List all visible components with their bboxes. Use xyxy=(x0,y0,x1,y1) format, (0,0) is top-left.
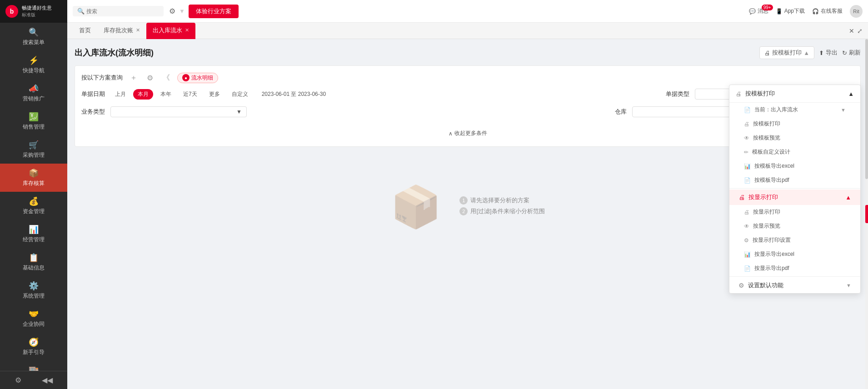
dp-template-custom-icon: ✏ xyxy=(744,149,748,155)
filter-add-btn[interactable]: ＋ xyxy=(128,72,139,83)
headset-icon: 🎧 xyxy=(812,8,819,15)
pill-custom[interactable]: 自定义 xyxy=(227,89,253,100)
export-btn[interactable]: ⬆ 导出 xyxy=(819,49,838,57)
sidebar-settings-btn[interactable]: ⚙ xyxy=(15,376,21,384)
collapse-chevron-icon: ∧ xyxy=(449,130,453,137)
biz-type-select[interactable]: ▼ xyxy=(110,106,247,117)
sidebar-item-finance[interactable]: 💰 资金管理 xyxy=(0,192,67,220)
tab-home[interactable]: 首页 xyxy=(73,23,97,39)
sidebar-item-label: 搜索菜单 xyxy=(23,39,45,46)
dp-display-settings-item[interactable]: ⚙ 按显示打印设置 xyxy=(729,233,860,247)
online-service-btn[interactable]: 🎧 在线客服 xyxy=(812,7,843,15)
tab-flow[interactable]: 出入库流水 ✕ xyxy=(146,23,195,39)
filter-gear-btn[interactable]: ⚙ xyxy=(145,72,155,83)
quick-nav-icon: ⚡ xyxy=(29,55,39,65)
window-expand-btn[interactable]: ⤢ xyxy=(857,27,863,35)
sidebar-item-label: 快捷导航 xyxy=(23,67,45,75)
sidebar-bottom: ⚙ ◀◀ xyxy=(0,371,67,389)
page-actions: 🖨 按模板打印 ▲ ⬆ 导出 ↻ 刷新 xyxy=(759,46,861,59)
trial-btn[interactable]: 体验行业方案 xyxy=(189,5,239,18)
scrollbar-thumb xyxy=(865,39,868,179)
batch-tab-label: 库存批次账 xyxy=(104,26,133,35)
dp-template-print-item[interactable]: 🖨 按模板打印 xyxy=(729,117,860,131)
resize-handle[interactable] xyxy=(865,205,868,223)
dp-template-pdf-item[interactable]: 📄 按模板导出pdf xyxy=(729,173,860,187)
sidebar-item-search[interactable]: 🔍 搜索菜单 xyxy=(0,23,67,51)
dp-template-excel-label: 按模板导出excel xyxy=(754,162,794,170)
dp-display-print-section[interactable]: 🖨 按显示打印 ▲ xyxy=(729,190,860,205)
operations-icon: 📊 xyxy=(29,224,39,234)
dp-template-excel-item[interactable]: 📊 按模板导出excel xyxy=(729,159,860,173)
sidebar-item-appstore[interactable]: 🏬 应用中心 xyxy=(0,361,67,371)
dp-expand-icon[interactable]: ▲ xyxy=(848,90,854,97)
dp-display-preview-label: 按显示预览 xyxy=(753,222,780,230)
collapse-more-btn[interactable]: ∧ 收起更多条件 xyxy=(449,127,487,140)
pill-more[interactable]: 更多 xyxy=(205,89,224,100)
dp-display-print-action[interactable]: 🖨 按显示打印 xyxy=(729,205,860,219)
pill-last-month[interactable]: 上月 xyxy=(110,89,130,100)
dp-template-print-icon: 🖨 xyxy=(744,121,749,127)
empty-illustration: 📦 xyxy=(390,183,441,231)
sidebar-item-inventory[interactable]: 📦 库存核算 xyxy=(0,164,67,192)
sidebar-item-label: 基础信息 xyxy=(23,264,45,272)
pill-this-year[interactable]: 本年 xyxy=(156,89,176,100)
flow-tab-label: 出入库流水 xyxy=(153,26,182,35)
dp-template-custom-item[interactable]: ✏ 模板自定义设计 xyxy=(729,145,860,159)
topbar-search-box[interactable]: 🔍 xyxy=(73,6,164,16)
sidebar-item-system[interactable]: ⚙️ 系统管理 xyxy=(0,276,67,304)
sidebar-item-label: 销售管理 xyxy=(23,123,45,131)
print-btn[interactable]: 🖨 按模板打印 ▲ xyxy=(759,46,814,59)
dp-set-default-item[interactable]: ⚙ 设置默认功能 ▼ xyxy=(729,278,860,293)
dp-display-excel-item[interactable]: 📊 按显示导出excel xyxy=(729,247,860,261)
app-download-btn[interactable]: 📱 App下载 xyxy=(776,7,805,15)
message-icon: 💬 xyxy=(749,8,756,15)
dp-display-preview-icon: 👁 xyxy=(744,223,749,229)
dp-template-preview-icon: 👁 xyxy=(744,135,749,141)
refresh-btn[interactable]: ↻ 刷新 xyxy=(842,49,861,57)
sidebar-item-sales[interactable]: 💹 销售管理 xyxy=(0,107,67,135)
print-icon: 🖨 xyxy=(764,50,770,56)
batch-tab-close[interactable]: ✕ xyxy=(136,27,140,33)
sidebar-item-collab[interactable]: 🤝 企业协同 xyxy=(0,304,67,333)
dp-display-pdf-item[interactable]: 📄 按显示导出pdf xyxy=(729,261,860,275)
dp-template-pdf-icon: 📄 xyxy=(744,177,751,184)
filter-tag-detail[interactable]: ● 流水明细 xyxy=(177,73,218,83)
user-avatar-btn[interactable]: Rit xyxy=(850,5,863,18)
dp-template-preview-item[interactable]: 👁 按模板预览 xyxy=(729,131,860,145)
dp-title: 按模板打印 xyxy=(745,90,775,98)
sidebar-item-purchase[interactable]: 🛒 采购管理 xyxy=(0,135,67,164)
tab-batch[interactable]: 库存批次账 ✕ xyxy=(97,23,146,39)
sidebar-item-guide[interactable]: 🧭 新手引导 xyxy=(0,333,67,361)
dp-current-item[interactable]: 📄 当前：出入库流水 ▼ xyxy=(729,103,860,117)
sidebar-item-label: 资金管理 xyxy=(23,208,45,215)
dp-header: 🖨 按模板打印 ▲ xyxy=(729,85,860,103)
window-close-btn[interactable]: ✕ xyxy=(849,27,854,35)
biz-type-expand-icon: ▼ xyxy=(236,109,242,115)
message-btn[interactable]: 💬 消息 99+ xyxy=(749,7,768,15)
pill-this-month[interactable]: 本月 xyxy=(133,89,153,100)
settings-gear-icon[interactable]: ⚙ xyxy=(169,7,175,15)
search-input[interactable] xyxy=(86,8,155,15)
basic-icon: 📋 xyxy=(29,253,39,263)
date-filter-label: 单据日期 xyxy=(81,90,105,98)
topbar-right-icons: 💬 消息 99+ 📱 App下载 🎧 在线客服 Rit xyxy=(749,5,863,18)
sidebar-item-marketing[interactable]: 📣 营销推广 xyxy=(0,79,67,107)
flow-tab-close[interactable]: ✕ xyxy=(185,27,189,33)
main-area: 🔍 ⚙ ▼ 体验行业方案 💬 消息 99+ 📱 App下载 🎧 在线客服 R xyxy=(67,0,868,389)
dp-display-preview-item[interactable]: 👁 按显示预览 xyxy=(729,219,860,233)
sidebar: b 畅捷通好生意 标准版 🔍 搜索菜单 ⚡ 快捷导航 📣 营销推广 💹 销售管理… xyxy=(0,0,67,389)
sidebar-collapse-btn[interactable]: ◀◀ xyxy=(42,376,53,384)
dp-template-excel-icon: 📊 xyxy=(744,163,751,170)
dp-template-pdf-label: 按模板导出pdf xyxy=(754,176,789,184)
sidebar-item-operations[interactable]: 📊 经营管理 xyxy=(0,220,67,248)
dp-print-icon: 🖨 xyxy=(736,90,742,97)
dp-display-excel-icon: 📊 xyxy=(744,251,751,258)
sidebar-item-label: 采购管理 xyxy=(23,151,45,159)
filter-collapse-btn[interactable]: 《 xyxy=(161,72,172,83)
pill-7days[interactable]: 近7天 xyxy=(179,89,202,100)
dp-display-pdf-label: 按显示导出pdf xyxy=(754,264,789,272)
sidebar-item-quick-nav[interactable]: ⚡ 快捷导航 xyxy=(0,51,67,79)
filter-row-1: 按以下方案查询 ＋ ⚙ 《 ● 流水明细 xyxy=(81,72,854,83)
app-name: 畅捷通好生意 xyxy=(22,5,52,11)
sidebar-item-basic[interactable]: 📋 基础信息 xyxy=(0,248,67,276)
